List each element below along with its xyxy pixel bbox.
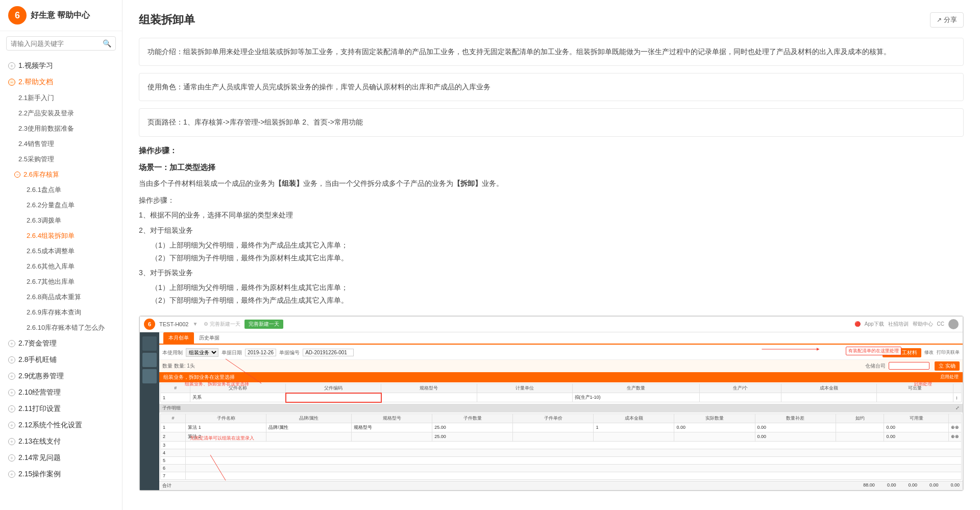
page-header: 组装拆卸单 ↗ 分享 [139, 12, 964, 28]
sidebar-item-finance[interactable]: ＋ 2.7资金管理 [0, 335, 122, 352]
sidebar-item-data-prep[interactable]: 2.3使用前数据准备 [0, 121, 122, 136]
scenario1-desc: 当由多个子件材料组装成一个成品的业务为【组装】业务，当由一个父件拆分成多个子产品… [139, 177, 964, 190]
inner-app-body: 本月创单 历史单据 本使用制 组装业务 单据日期 2019-12-26 单据编号… [140, 332, 963, 490]
table-footer: 合计 88.00 0.00 0.00 0.00 0.00 [159, 481, 963, 490]
storage-input[interactable] [889, 362, 929, 370]
steps-label: 操作步骤： [139, 194, 964, 207]
search-box[interactable]: 🔍 [6, 36, 116, 51]
sidebar-item-other-out[interactable]: 2.6.7其他出库单 [0, 274, 122, 289]
sidebar-item-transfer[interactable]: 2.6.3调拨单 [0, 213, 122, 228]
expand-icon-pay: ＋ [8, 438, 15, 445]
sidebar-item-personalize[interactable]: ＋ 2.12系统个性化设置 [0, 417, 122, 433]
sidebar-item-video[interactable]: ＋ 1.视频学习 [0, 58, 122, 74]
logo-text: 好生意 帮助中心 [31, 10, 90, 21]
expand-icon-lower: ⤢ [955, 405, 960, 410]
sidebar-item-other-in[interactable]: 2.6.6其他入库单 [0, 259, 122, 274]
inner-tab-history[interactable]: 历史单据 [194, 332, 225, 344]
table-row: 1 算法 1 品牌/属性 规格型号 25.00 1 0.00 0.00 [161, 423, 962, 432]
inner-tabs: 本月创单 历史单据 [159, 332, 963, 345]
sidebar-item-print[interactable]: ＋ 2.11打印设置 [0, 401, 122, 417]
step2: 2、对于组装业务 [139, 224, 964, 237]
share-button[interactable]: ↗ 分享 [930, 12, 964, 28]
lower-table: # 子件名称 品牌/属性 规格型号 子件数量 子件单价 成本金额 实际数量 数量 [160, 414, 962, 480]
step3-sub2: （2）下部明细为子件明细，最终作为产成品生成其它入库单。 [151, 294, 964, 307]
table-row: 6 [161, 464, 962, 472]
sidebar-item-faq[interactable]: ＋ 2.14常见问题 [0, 450, 122, 466]
step2-sub1: （1）上部明细为父件明细，最终作为产成品生成其它入库单； [151, 239, 964, 252]
bill-label: 单据编号 [279, 349, 300, 356]
footer-val2: 0.00 [887, 482, 896, 489]
sidebar-item-stocktake[interactable]: 2.6.1盘点单 [0, 182, 122, 198]
sidebar-item-partial-stocktake[interactable]: 2.6.2分量盘点单 [0, 198, 122, 213]
date-value: 2019-12-26 [245, 349, 276, 356]
sidebar-item-operation[interactable]: ＋ 2.10经营管理 [0, 384, 122, 401]
sidebar-item-ledger-query[interactable]: 2.6.9库存账本查询 [0, 305, 122, 320]
sidebar: 6 好生意 帮助中心 🔍 ＋ 1.视频学习 － 2.帮助文档 2.1新手入门 2… [0, 0, 122, 510]
th-avail: 可出量 [877, 383, 953, 393]
th-parent-name: 父件名称 [190, 383, 286, 393]
step3: 3、对于拆装业务 [139, 266, 964, 279]
sidebar-item-payment[interactable]: ＋ 2.13在线支付 [0, 433, 122, 450]
role-block: 使用角色：通常由生产人员或库管人员完成拆装业务的操作，库管人员确认原材料的出库和… [139, 73, 964, 101]
enable-label: 启用处理 [940, 374, 959, 380]
expand-icon-pers: ＋ [8, 422, 15, 429]
inner-app-sidebar [140, 332, 159, 490]
scenario1-title: 场景一：加工类型选择 [139, 163, 964, 173]
expand-icon-finance: ＋ [8, 340, 15, 347]
inner-app-main: 本月创单 历史单据 本使用制 组装业务 单据日期 2019-12-26 单据编号… [159, 332, 963, 490]
expand-icon-cases: ＋ [8, 471, 15, 478]
footer-val1: 88.00 [863, 482, 875, 489]
footer-val3: 0.00 [908, 482, 917, 489]
th-cost: 成本金额 [781, 383, 877, 393]
sidebar-item-assembly[interactable]: 2.6.4组装拆卸单 [0, 228, 122, 244]
footer-val5: 0.00 [950, 482, 960, 489]
step3-sub1: （1）上部明细为父件明细，最终作为原材料生成其它出库单； [151, 281, 964, 294]
inner-topbar-green: 完善新建一天 [244, 320, 283, 329]
type-label: 本使用制 [162, 349, 183, 356]
sidebar-item-cost-adjust[interactable]: 2.6.5成本调整单 [0, 244, 122, 259]
table-row: 3 [161, 441, 962, 449]
collapse-icon: － [8, 79, 15, 86]
th-prod-per: 生产/个 [700, 383, 781, 393]
table-row: 2 算法 2 25.00 0.00 [161, 432, 962, 441]
main-content: 组装拆卸单 ↗ 分享 功能介绍：组装拆卸单用来处理企业组装或拆卸等加工业务，支持… [122, 0, 980, 510]
sidebar-item-ledger-fix[interactable]: 2.6.10库存账本错了怎么办 [0, 320, 122, 335]
sidebar-nav: ＋ 1.视频学习 － 2.帮助文档 2.1新手入门 2.2产品安装及登录 2.3… [0, 56, 122, 510]
inner-tab-current[interactable]: 本月创单 [163, 332, 194, 344]
upper-table-container: # 父件名称 父件编码 规格型号 计量单位 生产数量 生产/个 成本金额 可出量 [159, 382, 963, 404]
page-title: 组装拆卸单 [139, 12, 195, 28]
qty-label: 数量 数量: 1头 [162, 362, 195, 370]
search-input[interactable] [11, 40, 103, 47]
footer-label: 合计 [162, 482, 172, 489]
path-block: 页面路径：1、库存核算->库存管理->组装拆卸单 2、首页->常用功能 [139, 108, 964, 136]
expand-icon-mobile: ＋ [8, 356, 15, 363]
inner-confirm-btn[interactable]: 立 实确 [935, 361, 960, 371]
search-icon[interactable]: 🔍 [103, 39, 111, 47]
sidebar-item-install[interactable]: 2.2产品安装及登录 [0, 106, 122, 121]
expand-icon-coupon: ＋ [8, 373, 15, 380]
inner-save-btn[interactable]: 选择加工材料 [883, 348, 921, 357]
sidebar-item-inventory[interactable]: － 2.6库存核算 [0, 167, 122, 182]
th-num: # [161, 383, 190, 393]
inner-sidebar-icon2 [142, 353, 157, 367]
type-select[interactable]: 组装业务 [186, 348, 218, 357]
sidebar-item-cost-recalc[interactable]: 2.6.8商品成本重算 [0, 289, 122, 305]
th-unit: 计量单位 [477, 383, 572, 393]
upper-table: # 父件名称 父件编码 规格型号 计量单位 生产数量 生产/个 成本金额 可出量 [160, 383, 962, 403]
th-action [953, 383, 962, 393]
footer-val4: 0.00 [929, 482, 939, 489]
table-row: 4 [161, 449, 962, 456]
bill-value: AD-20191226-001 [303, 349, 354, 356]
sidebar-item-coupon[interactable]: ＋ 2.9优惠券管理 [0, 368, 122, 384]
sidebar-item-cases[interactable]: ＋ 2.15操作案例 [0, 466, 122, 482]
share-icon: ↗ [937, 16, 942, 23]
sidebar-item-newbie[interactable]: 2.1新手入门 [0, 90, 122, 106]
sidebar-item-mobile[interactable]: ＋ 2.8手机旺铺 [0, 352, 122, 368]
sidebar-item-sales[interactable]: 2.4销售管理 [0, 136, 122, 152]
th-parent-code: 父件编码 [286, 383, 381, 393]
storage-label: 仓储台司 [865, 362, 886, 370]
inner-form-row2: 数量 数量: 1头 仓储台司 立 实确 [159, 360, 963, 372]
sidebar-item-docs[interactable]: － 2.帮助文档 [0, 74, 122, 90]
expand-icon-op: ＋ [8, 389, 15, 396]
sidebar-item-purchase[interactable]: 2.5采购管理 [0, 152, 122, 167]
